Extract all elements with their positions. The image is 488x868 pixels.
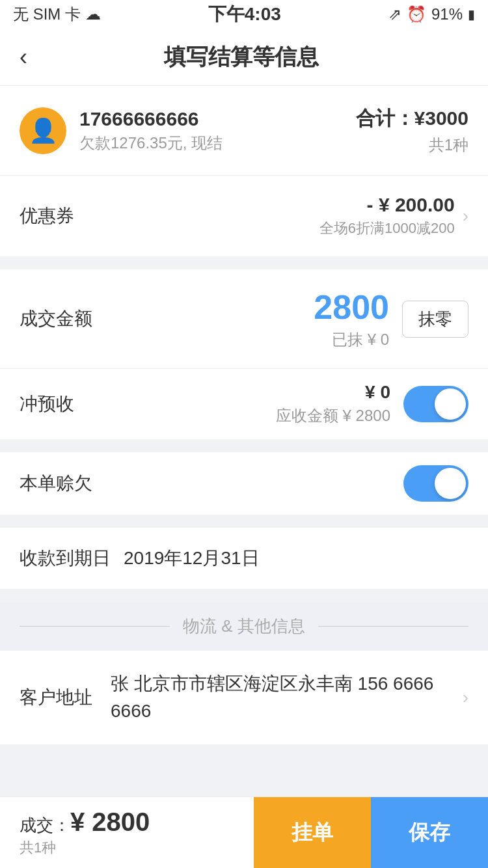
deal-sub-text: 已抹 ¥ 0 xyxy=(314,329,389,350)
prepay-right: ¥ 0 应收金额 ¥ 2800 xyxy=(276,382,468,426)
address-row[interactable]: 客户地址 张 北京市市辖区海淀区永丰南 156 6666 6666 › xyxy=(0,651,488,744)
prepay-main-val: ¥ 0 xyxy=(276,382,390,403)
coupon-right: - ¥ 200.00 全场6折满1000减200 › xyxy=(319,194,468,238)
status-left: 无 SIM 卡 ☁ xyxy=(13,4,101,25)
address-chevron-icon: › xyxy=(463,687,468,708)
customer-section: 👤 17666666666 欠款1276.35元, 现结 合计：¥3000 共1… xyxy=(0,86,488,256)
location-icon: ⇗ xyxy=(388,5,401,23)
page-title: 填写结算等信息 xyxy=(40,42,442,72)
debt-row: 本单赊欠 xyxy=(0,452,488,515)
amount-section: 成交金额 2800 已抹 ¥ 0 抹零 冲预收 ¥ 0 应收金额 ¥ 2800 xyxy=(0,269,488,439)
save-button[interactable]: 保存 xyxy=(371,797,488,868)
address-content: 张 北京市市辖区海淀区永丰南 156 6666 6666 xyxy=(111,670,463,725)
footer-deal-label: 成交： xyxy=(20,815,70,835)
divider-text: 物流 & 其他信息 xyxy=(170,615,318,638)
customer-phone: 17666666666 xyxy=(79,108,223,130)
coupon-info: - ¥ 200.00 全场6折满1000减200 xyxy=(319,194,455,238)
divider-line-right xyxy=(318,626,468,627)
total-amount: 合计：¥3000 xyxy=(356,105,468,132)
due-date-value: 2019年12月31日 xyxy=(124,546,260,571)
customer-left: 👤 17666666666 欠款1276.35元, 现结 xyxy=(20,107,223,154)
nav-bar: ‹ 填写结算等信息 xyxy=(0,29,488,86)
deal-amount-row: 成交金额 2800 已抹 ¥ 0 抹零 xyxy=(0,269,488,369)
customer-debt: 欠款1276.35元, 现结 xyxy=(79,133,223,154)
round-button[interactable]: 抹零 xyxy=(402,301,468,338)
chevron-right-icon: › xyxy=(463,206,468,226)
divider-section: 物流 & 其他信息 xyxy=(0,602,488,651)
deal-label: 成交金额 xyxy=(20,306,92,331)
due-date-label: 收款到期日 xyxy=(20,546,111,571)
coupon-label: 优惠券 xyxy=(20,204,74,228)
avatar: 👤 xyxy=(20,107,66,154)
customer-info: 17666666666 欠款1276.35元, 现结 xyxy=(79,108,223,154)
footer: 成交：¥ 2800 共1种 挂单 保存 xyxy=(0,796,488,868)
debt-section: 本单赊欠 xyxy=(0,452,488,515)
address-section: 客户地址 张 北京市市辖区海淀区永丰南 156 6666 6666 › xyxy=(0,651,488,744)
back-button[interactable]: ‹ xyxy=(20,44,40,71)
prepay-amount: ¥ 0 应收金额 ¥ 2800 xyxy=(276,382,390,426)
total-label: 合计： xyxy=(356,107,414,129)
due-date-section: 收款到期日 2019年12月31日 xyxy=(0,528,488,589)
hold-button[interactable]: 挂单 xyxy=(254,797,371,868)
coupon-desc: 全场6折满1000减200 xyxy=(319,219,455,238)
total-value: ¥3000 xyxy=(414,107,468,129)
coupon-row[interactable]: 优惠券 - ¥ 200.00 全场6折满1000减200 › xyxy=(0,175,488,256)
footer-count: 共1种 xyxy=(20,838,234,858)
footer-info: 成交：¥ 2800 共1种 xyxy=(0,807,254,858)
status-bar: 无 SIM 卡 ☁ 下午4:03 ⇗ ⏰ 91% ▮ xyxy=(0,0,488,29)
footer-deal-amount: ¥ 2800 xyxy=(70,807,150,836)
prepay-sub-val: 应收金额 ¥ 2800 xyxy=(276,405,390,426)
coupon-discount: - ¥ 200.00 xyxy=(319,194,455,216)
debt-toggle[interactable] xyxy=(403,465,468,502)
deal-right: 2800 已抹 ¥ 0 抹零 xyxy=(314,288,468,350)
alarm-icon: ⏰ xyxy=(407,5,426,23)
prepay-toggle[interactable] xyxy=(403,386,468,422)
battery-icon: ▮ xyxy=(468,7,475,22)
sim-status: 无 SIM 卡 ☁ xyxy=(13,4,101,25)
debt-label: 本单赊欠 xyxy=(20,471,92,496)
total-count: 共1种 xyxy=(356,135,468,156)
debt-right xyxy=(403,465,468,502)
footer-deal-line: 成交：¥ 2800 xyxy=(20,807,234,837)
address-label: 客户地址 xyxy=(20,685,98,710)
prepay-row: 冲预收 ¥ 0 应收金额 ¥ 2800 xyxy=(0,369,488,439)
status-time: 下午4:03 xyxy=(208,2,281,27)
customer-row: 👤 17666666666 欠款1276.35元, 现结 合计：¥3000 共1… xyxy=(0,86,488,175)
divider-line-left xyxy=(20,626,170,627)
prepay-label: 冲预收 xyxy=(20,392,74,416)
deal-value: 2800 xyxy=(314,288,389,327)
deal-sub: 2800 已抹 ¥ 0 xyxy=(314,288,389,350)
battery-status: 91% xyxy=(431,5,463,23)
customer-right: 合计：¥3000 共1种 xyxy=(356,105,468,156)
status-right: ⇗ ⏰ 91% ▮ xyxy=(388,5,475,23)
